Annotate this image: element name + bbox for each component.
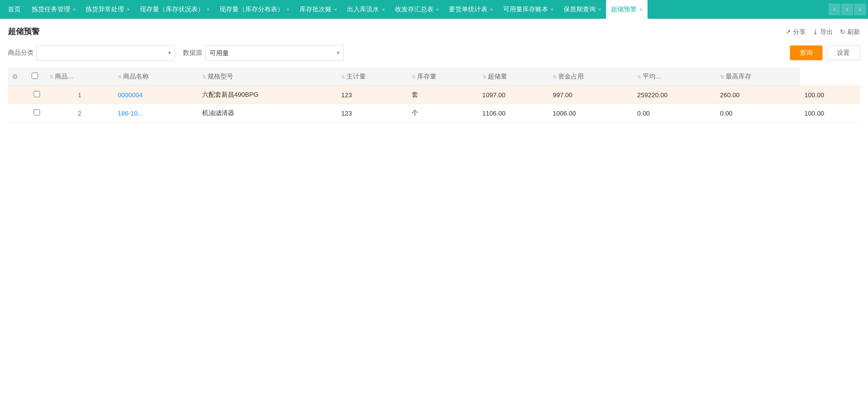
- sort-capital[interactable]: 资金占用: [553, 72, 584, 81]
- row-over-stock: 1006.00: [549, 104, 633, 122]
- row-avg: 260.00: [716, 86, 801, 104]
- share-icon: ↗: [785, 28, 791, 36]
- th-stock[interactable]: 库存量: [408, 68, 478, 86]
- th-checkbox: [28, 68, 45, 86]
- row-over-stock: 997.00: [549, 86, 633, 104]
- datasource-select[interactable]: 可用量: [205, 45, 344, 61]
- close-icon[interactable]: ×: [490, 6, 493, 12]
- row-avg: 0.00: [716, 104, 801, 122]
- sort-spec[interactable]: 规格型号: [202, 72, 233, 81]
- filter-bar: 商品分类 数据源 可用量 查询 设置: [8, 45, 860, 61]
- sort-max-stock[interactable]: 最高库存: [720, 72, 751, 81]
- row-checkbox[interactable]: [34, 91, 40, 97]
- close-icon[interactable]: ×: [127, 6, 130, 12]
- header-actions: ↗ 分享 ⤓ 导出 ↻ 刷新: [785, 28, 860, 37]
- select-all-checkbox[interactable]: [32, 73, 38, 79]
- close-icon[interactable]: ×: [639, 6, 642, 12]
- sort-unit[interactable]: 主计量: [341, 72, 366, 81]
- nav-item-3[interactable]: 现存量（库存状况表） ×: [135, 0, 215, 19]
- row-gear-cell: [8, 86, 28, 104]
- data-table: ⚙ 商品... 商品名称 规格型号 主计量 库存量: [8, 68, 860, 122]
- export-button[interactable]: ⤓ 导出: [813, 28, 833, 37]
- filter-category: 商品分类: [8, 45, 175, 61]
- row-checkbox-cell: [28, 104, 45, 122]
- row-spec: 123: [337, 104, 408, 122]
- category-select[interactable]: [37, 45, 175, 61]
- refresh-button[interactable]: ↻ 刷新: [840, 28, 860, 37]
- row-capital: 259220.00: [633, 86, 716, 104]
- gear-icon[interactable]: ⚙: [12, 73, 18, 80]
- close-icon[interactable]: ×: [73, 6, 76, 12]
- share-button[interactable]: ↗ 分享: [785, 28, 806, 37]
- th-unit[interactable]: 主计量: [337, 68, 408, 86]
- nav-item-7[interactable]: 收发存汇总表 ×: [390, 0, 444, 19]
- nav-item-1[interactable]: 拣货任务管理 ×: [27, 0, 81, 19]
- close-icon[interactable]: ×: [382, 6, 385, 12]
- th-over-stock[interactable]: 超储量: [478, 68, 549, 86]
- row-checkbox-cell: [28, 86, 45, 104]
- nav-prev-button[interactable]: ‹: [828, 3, 840, 15]
- main-content: 超储预警 ↗ 分享 ⤓ 导出 ↻ 刷新 商品分类: [0, 19, 868, 395]
- row-product-name: 机油滤清器: [198, 104, 337, 122]
- sort-product-code[interactable]: 商品...: [49, 72, 73, 81]
- nav-item-6[interactable]: 出入库流水 ×: [342, 0, 390, 19]
- nav-item-4[interactable]: 现存量（库存分布表） ×: [215, 0, 294, 19]
- datasource-select-wrapper: 可用量: [205, 45, 344, 61]
- th-product-code[interactable]: 商品...: [45, 68, 114, 86]
- sort-avg[interactable]: 平均...: [637, 72, 661, 81]
- set-button[interactable]: 设置: [826, 45, 860, 60]
- nav-next-button[interactable]: ›: [841, 3, 853, 15]
- nav-item-8[interactable]: 要货单统计表 ×: [444, 0, 498, 19]
- row-index: 1: [45, 86, 114, 104]
- filter-right-buttons: 查询 设置: [790, 45, 860, 60]
- close-icon[interactable]: ×: [334, 6, 337, 12]
- th-gear: ⚙: [8, 68, 28, 86]
- datasource-label: 数据源: [183, 48, 202, 57]
- row-checkbox[interactable]: [34, 109, 40, 116]
- row-spec: 123: [337, 86, 408, 104]
- nav-menu-button[interactable]: ›: [854, 3, 866, 15]
- th-capital[interactable]: 资金占用: [549, 68, 633, 86]
- sort-product-name[interactable]: 商品名称: [118, 72, 149, 81]
- page-header: 超储预警 ↗ 分享 ⤓ 导出 ↻ 刷新: [8, 27, 860, 37]
- table-header-row: ⚙ 商品... 商品名称 规格型号 主计量 库存量: [8, 68, 860, 86]
- nav-item-2[interactable]: 拣货异常处理 ×: [81, 0, 134, 19]
- row-capital: 0.00: [633, 104, 716, 122]
- row-stock: 1106.00: [478, 104, 549, 122]
- row-max-stock: 100.00: [800, 86, 860, 104]
- row-max-stock: 100.00: [800, 104, 860, 122]
- table-row: 1 0000004 六配套新昌490BPG 123 套 1097.00 997.…: [8, 86, 860, 104]
- close-icon[interactable]: ×: [551, 6, 554, 12]
- th-max-stock[interactable]: 最高库存: [716, 68, 801, 86]
- table-row: 2 186-10... 机油滤清器 123 个 1106.00 1006.00 …: [8, 104, 860, 122]
- export-icon: ⤓: [813, 28, 818, 36]
- nav-home[interactable]: 首页: [2, 5, 27, 14]
- top-nav: 首页 拣货任务管理 × 拣货异常处理 × 现存量（库存状况表） × 现存量（库存…: [0, 0, 868, 19]
- page-title: 超储预警: [8, 27, 40, 37]
- th-product-name[interactable]: 商品名称: [114, 68, 198, 86]
- close-icon[interactable]: ×: [436, 6, 439, 12]
- nav-arrows: ‹ › ›: [828, 3, 866, 15]
- query-button[interactable]: 查询: [790, 45, 823, 60]
- nav-item-9[interactable]: 可用量库存账本 ×: [498, 0, 559, 19]
- row-index: 2: [45, 104, 114, 122]
- sort-over-stock[interactable]: 超储量: [482, 72, 507, 81]
- nav-item-11-active[interactable]: 超储预警 ×: [606, 0, 647, 19]
- refresh-icon: ↻: [840, 28, 845, 36]
- row-product-code: 186-10...: [114, 104, 198, 122]
- row-product-code: 0000004: [114, 86, 198, 104]
- sort-stock[interactable]: 库存量: [412, 72, 436, 81]
- row-gear-cell: [8, 104, 28, 122]
- category-label: 商品分类: [8, 48, 34, 57]
- close-icon[interactable]: ×: [207, 6, 210, 12]
- filter-datasource: 数据源 可用量: [183, 45, 344, 61]
- close-icon[interactable]: ×: [286, 6, 289, 12]
- category-select-wrapper: [37, 45, 175, 61]
- nav-item-10[interactable]: 保质期查询 ×: [559, 0, 606, 19]
- th-spec[interactable]: 规格型号: [198, 68, 337, 86]
- row-product-name: 六配套新昌490BPG: [198, 86, 337, 104]
- th-avg[interactable]: 平均...: [633, 68, 716, 86]
- nav-item-5[interactable]: 库存批次账 ×: [295, 0, 342, 19]
- row-unit: 套: [408, 86, 478, 104]
- close-icon[interactable]: ×: [598, 6, 601, 12]
